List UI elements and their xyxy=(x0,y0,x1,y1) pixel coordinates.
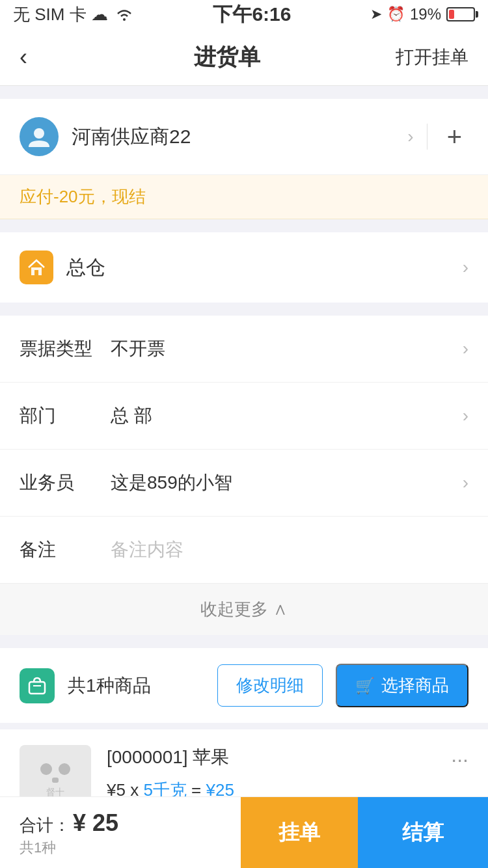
status-time: 下午6:16 xyxy=(213,1,291,28)
supplier-row[interactable]: 河南供应商22 › + xyxy=(0,99,488,175)
svg-point-0 xyxy=(123,18,126,21)
location-icon: ➤ xyxy=(370,6,382,23)
warehouse-row[interactable]: 总仓 › xyxy=(0,232,488,303)
department-chevron-icon: › xyxy=(463,405,468,426)
select-product-label: 选择商品 xyxy=(381,674,449,697)
settle-button[interactable]: 结算 xyxy=(358,797,488,869)
wifi-icon xyxy=(115,7,134,21)
product-name: [0000001] 苹果 xyxy=(107,745,435,770)
warehouse-name: 总仓 xyxy=(66,254,463,281)
total-label: 合计： xyxy=(20,814,70,837)
supplier-divider xyxy=(427,124,427,150)
warehouse-section: 总仓 › xyxy=(0,232,488,303)
section-gap-4 xyxy=(0,635,488,648)
form-row-remark[interactable]: 备注 备注内容 xyxy=(0,516,488,583)
salesperson-label: 业务员 xyxy=(20,470,98,495)
cart-icon: 🛒 xyxy=(355,677,375,695)
battery-percent: 19% xyxy=(410,5,441,23)
hang-order-button[interactable]: 挂单 xyxy=(241,797,358,869)
supplier-name: 河南供应商22 xyxy=(72,124,407,150)
supplier-avatar xyxy=(20,117,59,156)
total-section: 合计： ¥ 25 共1种 xyxy=(0,808,241,858)
section-gap-1 xyxy=(0,86,488,99)
invoice-label: 票据类型 xyxy=(20,336,98,361)
salesperson-value: 这是859的小智 xyxy=(98,470,463,495)
section-gap-2 xyxy=(0,219,488,232)
nav-bar: ‹ 进货单 打开挂单 xyxy=(0,29,488,86)
product-count-label: 共1种商品 xyxy=(68,673,204,698)
svg-rect-3 xyxy=(34,270,38,275)
warehouse-icon xyxy=(20,251,53,284)
add-supplier-button[interactable]: + xyxy=(441,122,468,152)
total-amount: ¥ 25 xyxy=(73,809,118,837)
warehouse-chevron-icon: › xyxy=(463,257,468,278)
remark-input[interactable]: 备注内容 xyxy=(98,537,468,562)
back-button[interactable]: ‹ xyxy=(20,44,59,71)
shopping-bag-icon xyxy=(27,675,47,696)
section-gap-3 xyxy=(0,303,488,316)
status-right: ➤ ⏰ 19% xyxy=(370,5,475,23)
battery-icon xyxy=(446,7,475,21)
department-value: 总 部 xyxy=(98,403,463,428)
modify-detail-button[interactable]: 修改明细 xyxy=(217,664,323,707)
product-code: [0000001] 苹果 xyxy=(107,747,229,767)
bottom-bar: 合计： ¥ 25 共1种 挂单 结算 xyxy=(0,796,488,868)
svg-rect-4 xyxy=(29,682,45,694)
salesperson-chevron-icon: › xyxy=(463,472,468,493)
status-left: 无 SIM 卡 ☁ xyxy=(13,3,134,26)
form-row-invoice[interactable]: 票据类型 不开票 › xyxy=(0,316,488,382)
svg-point-1 xyxy=(34,128,44,139)
page-title: 进货单 xyxy=(194,42,260,72)
department-label: 部门 xyxy=(20,403,98,428)
collapse-bar[interactable]: 收起更多 ∧ xyxy=(0,583,488,635)
select-product-button[interactable]: 🛒 选择商品 xyxy=(336,664,468,707)
total-count: 共1种 xyxy=(20,838,221,858)
invoice-chevron-icon: › xyxy=(463,338,468,359)
alarm-icon: ⏰ xyxy=(387,6,405,23)
form-section: 票据类型 不开票 › 部门 总 部 › 业务员 这是859的小智 › 备注 备注… xyxy=(0,316,488,583)
form-row-department[interactable]: 部门 总 部 › xyxy=(0,382,488,449)
collapse-label: 收起更多 ∧ xyxy=(200,599,287,619)
notice-text: 应付-20元，现结 xyxy=(20,187,146,206)
remark-label: 备注 xyxy=(20,537,98,562)
form-row-salesperson[interactable]: 业务员 这是859的小智 › xyxy=(0,449,488,516)
notice-bar: 应付-20元，现结 xyxy=(0,175,488,219)
product-header: 共1种商品 修改明细 🛒 选择商品 xyxy=(0,648,488,723)
product-badge-icon xyxy=(20,668,55,703)
invoice-value: 不开票 xyxy=(98,336,463,361)
supplier-chevron-icon: › xyxy=(407,126,413,147)
sim-label: 无 SIM 卡 ☁ xyxy=(13,3,108,26)
home-icon xyxy=(27,258,46,277)
open-pending-button[interactable]: 打开挂单 xyxy=(396,45,468,70)
person-icon xyxy=(27,125,51,148)
status-bar: 无 SIM 卡 ☁ 下午6:16 ➤ ⏰ 19% xyxy=(0,0,488,29)
supplier-section: 河南供应商22 › + 应付-20元，现结 xyxy=(0,99,488,219)
